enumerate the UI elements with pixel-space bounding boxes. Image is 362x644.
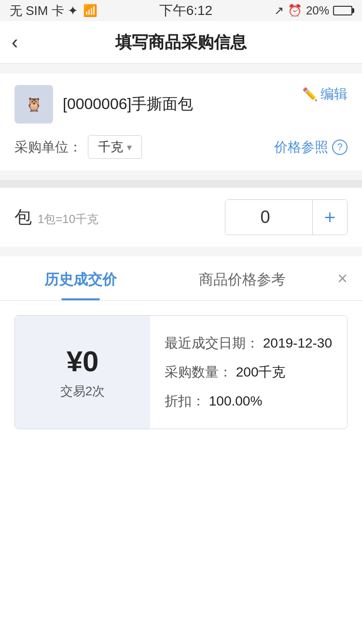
unit-row: 采购单位： 千克 ▾ 价格参照 ? — [14, 135, 348, 159]
purchase-qty-value: 200千克 — [236, 364, 286, 379]
battery-icon — [333, 6, 352, 15]
recent-date-value: 2019-12-30 — [263, 336, 332, 350]
product-thumbnail: 🦉 — [14, 85, 53, 124]
tab-bar: 历史成交价 商品价格参考 × — [0, 256, 362, 301]
unit-label: 采购单位： — [14, 138, 82, 156]
nav-bar: ‹ 填写商品采购信息 — [0, 21, 362, 64]
discount-label: 折扣： — [165, 393, 205, 408]
price-card: ¥0 交易2次 最近成交日期： 2019-12-30 采购数量： 200千克 折… — [14, 315, 348, 429]
purchase-qty-label: 采购数量： — [165, 364, 232, 379]
quantity-label: 包 1包=10千克 — [14, 206, 98, 229]
page-title: 填写商品采购信息 — [115, 31, 247, 54]
battery-percent: 20% — [306, 4, 329, 17]
back-button[interactable]: ‹ — [12, 31, 18, 53]
wifi-icon: 📶 — [83, 4, 97, 17]
price-detail-date: 最近成交日期： 2019-12-30 — [165, 333, 333, 353]
product-header: 🦉 [0000006]手撕面包 ✏️ 编辑 — [14, 85, 348, 124]
status-right: ↗ ⏰ 20% — [274, 4, 352, 17]
status-time: 下午6:12 — [159, 1, 213, 20]
product-name: [0000006]手撕面包 — [63, 94, 193, 114]
quantity-input[interactable] — [225, 200, 312, 235]
unit-left: 采购单位： 千克 ▾ — [14, 135, 142, 159]
edit-label: 编辑 — [320, 85, 348, 103]
product-left: 🦉 [0000006]手撕面包 — [14, 85, 193, 124]
status-bar: 无 SIM 卡 ✦ 📶 下午6:12 ↗ ⏰ 20% — [0, 0, 362, 21]
discount-value: 100.00% — [209, 393, 263, 408]
edit-icon: ✏️ — [302, 87, 318, 102]
product-card: 🦉 [0000006]手撕面包 ✏️ 编辑 采购单位： 千克 ▾ 价格参照 ? — [0, 73, 362, 170]
bottom-space — [0, 444, 362, 644]
price-reference-button[interactable]: 价格参照 ? — [274, 138, 348, 156]
section-divider — [0, 180, 362, 188]
tab-panel: 历史成交价 商品价格参考 × ¥0 交易2次 最近成交日期： 2019-12-3… — [0, 256, 362, 444]
quantity-row: 包 1包=10千克 + — [0, 188, 362, 247]
unit-value: 千克 — [98, 139, 123, 155]
status-left: 无 SIM 卡 ✦ 📶 — [10, 2, 97, 19]
recent-date-label: 最近成交日期： — [165, 336, 259, 350]
sim-status: 无 SIM 卡 ✦ — [10, 2, 78, 19]
price-detail-quantity: 采购数量： 200千克 — [165, 362, 333, 382]
quantity-unit: 包 — [14, 206, 32, 229]
price-amount: ¥0 — [67, 345, 99, 378]
price-detail-discount: 折扣： 100.00% — [165, 391, 333, 411]
location-icon: ↗ — [274, 4, 284, 17]
product-thumb-icon: 🦉 — [26, 97, 42, 112]
alarm-icon: ⏰ — [288, 4, 302, 17]
price-ref-label: 价格参照 — [274, 138, 328, 156]
tab-history-price[interactable]: 历史成交价 — [0, 256, 161, 300]
quantity-input-group: + — [225, 199, 348, 235]
price-trades: 交易2次 — [60, 383, 105, 400]
help-icon: ? — [332, 140, 348, 155]
tab-product-price[interactable]: 商品价格参考 — [161, 256, 322, 300]
quantity-plus-button[interactable]: + — [312, 200, 347, 235]
history-content: ¥0 交易2次 最近成交日期： 2019-12-30 采购数量： 200千克 折… — [0, 301, 362, 444]
price-details: 最近成交日期： 2019-12-30 采购数量： 200千克 折扣： 100.0… — [150, 316, 347, 429]
tab-close-button[interactable]: × — [323, 268, 362, 289]
unit-select[interactable]: 千克 ▾ — [88, 135, 142, 159]
chevron-down-icon: ▾ — [127, 141, 132, 153]
edit-button[interactable]: ✏️ 编辑 — [302, 85, 348, 103]
price-summary: ¥0 交易2次 — [15, 316, 150, 429]
quantity-conversion: 1包=10千克 — [38, 211, 98, 227]
